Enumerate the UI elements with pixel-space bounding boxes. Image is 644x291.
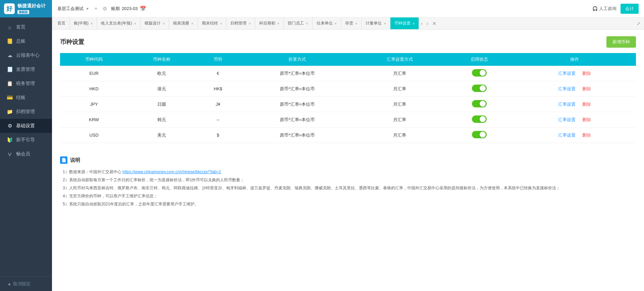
tab-currency[interactable]: 币种设置× (390, 17, 419, 29)
table-row: EUR 欧元 € 原币*汇率=本位币 月汇率 汇率设置 删除 (60, 66, 636, 81)
tab-close-all[interactable]: ✕ (430, 17, 438, 29)
sidebar-item-settings[interactable]: ⚙ 基础设置 (0, 119, 52, 133)
sidebar-item-invoice[interactable]: 🧾 发票管理 (0, 62, 52, 77)
tab-expand[interactable]: ⤢ (635, 17, 643, 29)
add-workspace-icon[interactable]: ＋ (93, 5, 99, 12)
tab-close-subjects[interactable]: × (277, 21, 279, 26)
delete-link[interactable]: 删除 (582, 117, 591, 122)
col-header: 启用状态 (445, 53, 513, 66)
toggle-enabled[interactable] (472, 85, 487, 92)
calendar-icon[interactable]: 📅 (140, 6, 146, 12)
tab-close-partners[interactable]: × (335, 21, 337, 26)
cell-symbol: -- (196, 112, 240, 128)
delete-link[interactable]: 删除 (582, 133, 591, 138)
tab-close-unit[interactable]: × (384, 21, 386, 26)
settings-icon[interactable]: ⚙ (103, 6, 107, 12)
period-value: 2023-03 (122, 6, 138, 11)
sidebar-item-archive[interactable]: 📁 归档管理 (0, 105, 52, 119)
table-row: HKD 港元 HK$ 原币*汇率=本位币 月汇率 汇率设置 删除 (60, 81, 636, 97)
sidebar-label-settings: 基础设置 (16, 123, 35, 129)
tab-close-currency[interactable]: × (413, 21, 415, 26)
notes-section: 📄 说明 1）数据来源：中国外汇交易中心 https://www.chinamo… (60, 156, 636, 215)
toggle-thumb (480, 132, 486, 138)
tab-label-archive: 归档管理 (230, 20, 247, 26)
toggle-enabled[interactable] (472, 131, 487, 138)
sidebar-icon-home: ⌂ (7, 25, 13, 30)
tab-close-period_end[interactable]: × (220, 21, 222, 26)
sidebar-item-ledger[interactable]: 📒 总账 (0, 34, 52, 48)
tab-period[interactable]: 账(中期)× (70, 17, 97, 29)
toggle-thumb (480, 116, 486, 122)
sidebar-label-tax: 税务管理 (16, 81, 35, 87)
tab-home[interactable]: 首页 (53, 17, 70, 29)
cell-rate-type: 月汇率 (354, 97, 445, 112)
tab-period_end[interactable]: 期末结转× (198, 17, 226, 29)
sidebar-item-member[interactable]: V 畅会员 (0, 147, 52, 161)
tab-nav-next[interactable]: › (425, 17, 430, 29)
sidebar-icon-reports: ☁ (7, 52, 13, 58)
rate-setting-link[interactable]: 汇率设置 (558, 133, 576, 138)
accounting-button[interactable]: 会计 (621, 4, 639, 14)
toggle-track (472, 100, 487, 107)
cell-conversion: 原币*汇率=本位币 (240, 97, 354, 112)
tab-template[interactable]: 模版设计× (141, 17, 169, 29)
rate-setting-link[interactable]: 汇率设置 (558, 117, 576, 122)
sidebar-icon-ledger: 📒 (7, 38, 13, 44)
toggle-enabled[interactable] (472, 115, 487, 123)
cell-name: 日圆 (128, 97, 196, 112)
new-currency-button[interactable]: 新增币种 (606, 36, 636, 48)
cell-enabled (445, 112, 513, 128)
sidebar-label-reports: 云报表中心 (16, 52, 40, 58)
notes-link[interactable]: https://www.chinamoney.com.cn/chinese/bk… (122, 169, 221, 174)
cell-actions: 汇率设置 删除 (513, 128, 636, 143)
delete-link[interactable]: 删除 (582, 86, 591, 91)
service-link[interactable]: 🎧 人工咨询 (592, 6, 616, 12)
toggle-track (472, 85, 487, 92)
tab-inventory[interactable]: 存货× (341, 17, 362, 29)
cell-name: 欧元 (128, 66, 196, 81)
sidebar-label-archive: 归档管理 (16, 109, 35, 115)
tab-label-dept: 部门员工 (288, 20, 304, 26)
sidebar-icon-invoice: 🧾 (7, 66, 13, 72)
tab-income[interactable]: 收入支出表(年报)× (97, 17, 140, 29)
sidebar-footer-pin[interactable]: ◄ 取消固定 (0, 277, 52, 291)
cell-enabled (445, 97, 513, 112)
rate-setting-link[interactable]: 汇率设置 (558, 86, 576, 91)
cell-actions: 汇率设置 删除 (513, 81, 636, 97)
tab-archive[interactable]: 归档管理× (226, 17, 255, 29)
tab-close-tax[interactable]: × (191, 21, 193, 26)
tab-dept[interactable]: 部门员工× (284, 17, 312, 29)
cell-code: JPY (60, 97, 128, 112)
tab-close-income[interactable]: × (134, 21, 136, 26)
sidebar-item-home[interactable]: ⌂ 首页 (0, 20, 52, 34)
notes-item: 5）系统只能自动抓取2021年度后的汇率，之前年度汇率需要用户手工维护。 (63, 200, 636, 208)
toggle-track (472, 115, 487, 123)
sidebar-item-reports[interactable]: ☁ 云报表中心 (0, 48, 52, 62)
sidebar-item-tax[interactable]: 📋 税务管理 (0, 77, 52, 91)
breadcrumb-dropdown-icon[interactable]: ▼ (86, 7, 89, 11)
tab-close-archive[interactable]: × (249, 21, 251, 26)
tab-subjects[interactable]: 科目期初× (255, 17, 284, 29)
tab-close-period[interactable]: × (91, 21, 93, 26)
notes-list: 1）数据来源：中国外汇交易中心 https://www.chinamoney.c… (60, 168, 636, 208)
toggle-enabled[interactable] (472, 100, 487, 107)
logo-sub: 旗舰版 (17, 10, 29, 14)
tab-partners[interactable]: 往来单位× (313, 17, 341, 29)
tab-nav-prev[interactable]: ‹ (419, 17, 425, 29)
cell-code: EUR (60, 66, 128, 81)
tab-tax[interactable]: 税表清册× (169, 17, 198, 29)
rate-setting-link[interactable]: 汇率设置 (558, 71, 576, 76)
tab-close-inventory[interactable]: × (355, 21, 357, 26)
breadcrumb: 基层工会测试 ▼ (57, 6, 89, 12)
delete-link[interactable]: 删除 (582, 102, 591, 107)
tab-unit[interactable]: 计量单位× (362, 17, 390, 29)
tab-label-inventory: 存货 (345, 20, 353, 26)
rate-setting-link[interactable]: 汇率设置 (558, 102, 576, 107)
tab-close-dept[interactable]: × (306, 21, 308, 26)
delete-link[interactable]: 删除 (582, 71, 591, 76)
sidebar-item-guide[interactable]: 🔰 新手引导 (0, 133, 52, 147)
toggle-enabled[interactable] (472, 69, 487, 77)
sidebar-item-checkout[interactable]: 💳 结账 (0, 91, 52, 105)
tab-close-template[interactable]: × (163, 21, 165, 26)
cell-enabled (445, 66, 513, 81)
